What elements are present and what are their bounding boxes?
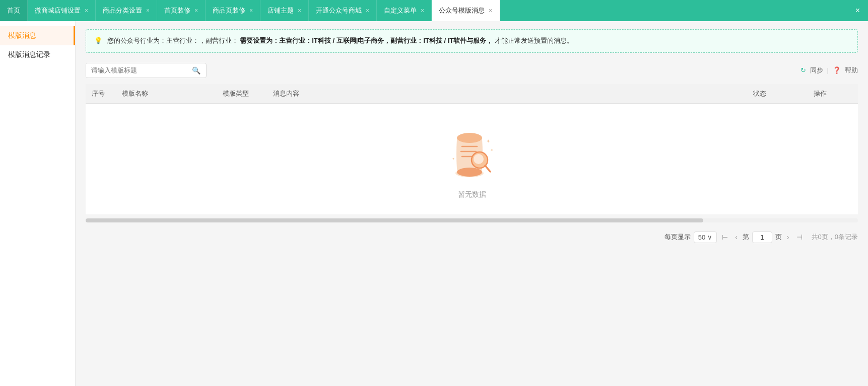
tab-open-mall-label: 开通公众号商城 bbox=[316, 6, 362, 15]
svg-text:✦: ✦ bbox=[490, 148, 494, 152]
page-last-button[interactable]: ⊣ bbox=[794, 232, 805, 242]
svg-point-2 bbox=[457, 168, 482, 177]
page-size-value: 50 bbox=[698, 234, 705, 241]
col-index: 序号 bbox=[86, 84, 116, 104]
tab-custom-menu[interactable]: 自定义菜单 × bbox=[377, 0, 432, 21]
sidebar-item-template-msg-label: 模版消息 bbox=[8, 31, 36, 39]
page-prev-button[interactable]: ‹ bbox=[733, 232, 740, 242]
tab-template-msg[interactable]: 公众号模版消息 × bbox=[432, 0, 500, 21]
page-label: 第 bbox=[743, 233, 749, 242]
tab-product-decor-close[interactable]: × bbox=[249, 7, 253, 14]
notice-box: 💡 您的公众号行业为：主营行业：，副营行业： 需要设置为：主营行业：IT科技 /… bbox=[86, 29, 858, 53]
scroll-thumb[interactable] bbox=[86, 218, 703, 222]
tab-custom-menu-close[interactable]: × bbox=[421, 7, 424, 14]
tab-store-theme-close[interactable]: × bbox=[298, 7, 301, 14]
close-all-icon: × bbox=[855, 6, 860, 15]
scroll-track[interactable] bbox=[86, 218, 858, 222]
help-icon: ❓ bbox=[833, 66, 841, 74]
page-next-button[interactable]: › bbox=[785, 232, 791, 242]
notice-highlight: 需要设置为：主营行业：IT科技 / 互联网|电子商务，副营行业：IT科技 / I… bbox=[240, 37, 493, 44]
search-button[interactable]: 🔍 bbox=[187, 63, 206, 78]
tab-category-settings[interactable]: 商品分类设置 × bbox=[96, 0, 157, 21]
col-name: 模版名称 bbox=[116, 84, 217, 104]
tab-product-decor[interactable]: 商品页装修 × bbox=[206, 0, 260, 21]
page-first-button[interactable]: ⊢ bbox=[720, 232, 730, 242]
data-table: 序号 模版名称 模版类型 消息内容 状态 操作 bbox=[86, 84, 858, 214]
tab-category-settings-label: 商品分类设置 bbox=[103, 6, 142, 15]
empty-row: ✦ ✦ ✦ 暂无数据 bbox=[86, 103, 858, 214]
help-label[interactable]: 帮助 bbox=[845, 66, 858, 75]
sidebar-item-template-record[interactable]: 模版消息记录 bbox=[0, 45, 75, 64]
empty-text: 暂无数据 bbox=[458, 190, 486, 199]
search-box[interactable]: 🔍 bbox=[86, 63, 207, 78]
notice-suffix: 才能正常发送预置的消息。 bbox=[495, 37, 573, 44]
tab-store-settings[interactable]: 微商城店铺设置 × bbox=[28, 0, 96, 21]
top-nav: 首页 微商城店铺设置 × 商品分类设置 × 首页装修 × 商品页装修 × 店铺主… bbox=[0, 0, 868, 21]
tab-homepage-decor-label: 首页装修 bbox=[164, 6, 190, 15]
col-action: 操作 bbox=[808, 84, 858, 104]
tab-home[interactable]: 首页 bbox=[0, 0, 28, 21]
svg-point-7 bbox=[474, 154, 484, 164]
svg-text:✦: ✦ bbox=[486, 138, 490, 144]
col-type: 模版类型 bbox=[217, 84, 267, 104]
page-unit: 页 bbox=[775, 233, 782, 242]
pagination: 每页显示 50 ∨ ⊢ ‹ 第 页 › ⊣ 共0页，0条记录 bbox=[86, 226, 858, 248]
tab-store-settings-label: 微商城店铺设置 bbox=[35, 6, 81, 15]
notice-icon: 💡 bbox=[94, 37, 102, 44]
sidebar-item-template-msg[interactable]: 模版消息 bbox=[0, 26, 75, 45]
tab-open-mall-close[interactable]: × bbox=[366, 7, 369, 14]
sync-label[interactable]: 同步 bbox=[810, 66, 823, 75]
tab-open-mall[interactable]: 开通公众号商城 × bbox=[309, 0, 377, 21]
tab-homepage-decor-close[interactable]: × bbox=[194, 7, 198, 14]
tab-store-theme[interactable]: 店铺主题 × bbox=[260, 0, 309, 21]
svg-line-8 bbox=[485, 166, 490, 172]
sync-icon: ↻ bbox=[800, 66, 806, 74]
divider: | bbox=[827, 66, 829, 74]
table-header: 序号 模版名称 模版类型 消息内容 状态 操作 bbox=[86, 84, 858, 104]
svg-text:✦: ✦ bbox=[452, 157, 455, 161]
tab-template-msg-close[interactable]: × bbox=[489, 7, 492, 14]
page-size-select[interactable]: 50 ∨ bbox=[694, 231, 717, 243]
tab-custom-menu-label: 自定义菜单 bbox=[384, 6, 417, 15]
empty-illustration: ✦ ✦ ✦ bbox=[442, 124, 502, 184]
page-size-chevron: ∨ bbox=[707, 234, 712, 241]
page-input[interactable] bbox=[752, 231, 772, 243]
tab-store-settings-close[interactable]: × bbox=[85, 7, 88, 14]
col-status: 状态 bbox=[747, 84, 808, 104]
sidebar: 模版消息 模版消息记录 bbox=[0, 21, 76, 386]
tab-homepage-decor[interactable]: 首页装修 × bbox=[157, 0, 206, 21]
close-all-button[interactable]: × bbox=[847, 6, 868, 15]
search-row: 🔍 ↻ 同步 | ❓ 帮助 bbox=[86, 63, 858, 78]
notice-prefix: 您的公众号行业为：主营行业：，副营行业： bbox=[107, 37, 238, 44]
table-body: ✦ ✦ ✦ 暂无数据 bbox=[86, 103, 858, 214]
empty-state: ✦ ✦ ✦ 暂无数据 bbox=[86, 104, 858, 214]
svg-point-1 bbox=[457, 133, 482, 143]
tab-template-msg-label: 公众号模版消息 bbox=[439, 6, 485, 15]
page-size-label: 每页显示 bbox=[664, 233, 691, 242]
tab-home-label: 首页 bbox=[7, 6, 20, 15]
tab-product-decor-label: 商品页装修 bbox=[213, 6, 245, 15]
total-info: 共0页，0条记录 bbox=[812, 233, 858, 242]
tab-category-close[interactable]: × bbox=[146, 7, 150, 14]
content-area: 💡 您的公众号行业为：主营行业：，副营行业： 需要设置为：主营行业：IT科技 /… bbox=[76, 21, 868, 386]
action-links: ↻ 同步 | ❓ 帮助 bbox=[800, 66, 858, 75]
tab-store-theme-label: 店铺主题 bbox=[268, 6, 294, 15]
col-content: 消息内容 bbox=[267, 84, 747, 104]
sidebar-item-template-record-label: 模版消息记录 bbox=[8, 50, 50, 58]
main-layout: 模版消息 模版消息记录 💡 您的公众号行业为：主营行业：，副营行业： 需要设置为… bbox=[0, 21, 868, 386]
search-input[interactable] bbox=[86, 63, 187, 77]
